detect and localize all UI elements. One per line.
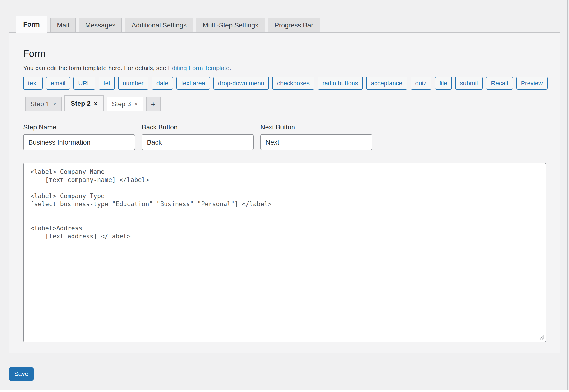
tag-button-acceptance[interactable]: acceptance [366,77,407,90]
form-editor-panel: Form You can edit the form template here… [9,32,560,353]
form-template-wrap: <label> Company Name [text company-name]… [23,163,546,342]
remove-step-1-icon[interactable]: × [53,100,57,108]
back-button-label: Back Button [142,123,254,131]
remove-step-2-icon[interactable]: × [94,99,98,108]
tag-button-preview[interactable]: Preview [516,77,548,90]
step-tab-bar: Step 1× Step 2× Step 3× + [25,95,546,112]
description-text: You can edit the form template here. For… [23,64,168,71]
tag-button-date[interactable]: date [152,77,173,90]
tag-button-file[interactable]: file [435,77,452,90]
tag-button-text[interactable]: text [23,77,43,90]
tag-button-checkboxes[interactable]: checkboxes [272,77,314,90]
tag-button-quiz[interactable]: quiz [410,77,431,90]
tag-generator-row: text email URL tel number date text area… [23,77,546,90]
tab-progress-bar[interactable]: Progress Bar [268,17,320,32]
panel-description: You can edit the form template here. For… [23,64,546,72]
tag-button-email[interactable]: email [46,77,70,90]
tag-button-submit[interactable]: submit [455,77,483,90]
tab-multi-step-settings[interactable]: Multi-Step Settings [196,17,265,32]
tab-mail[interactable]: Mail [50,17,76,32]
next-button-field-group: Next Button [260,123,372,150]
back-button-field-group: Back Button [142,123,254,150]
editing-form-template-link[interactable]: Editing Form Template [168,64,229,71]
step-tab-1[interactable]: Step 1× [25,97,62,111]
tag-button-number[interactable]: number [118,77,148,90]
window-right-edge [567,0,568,392]
step-settings-row: Step Name Back Button Next Button [23,123,546,150]
footer-actions: Save [9,367,569,381]
next-button-input[interactable] [260,134,372,150]
tag-button-text-area[interactable]: text area [176,77,210,90]
back-button-input[interactable] [142,134,254,150]
window-bottom-edge [0,390,569,392]
step-tab-3-label: Step 3 [112,100,131,108]
step-tab-2-label: Step 2 [71,99,91,108]
editor-tab-bar: Form Mail Messages Additional Settings M… [0,0,569,32]
tag-button-radio-buttons[interactable]: radio buttons [318,77,363,90]
save-button[interactable]: Save [9,367,33,381]
tab-form[interactable]: Form [16,16,47,33]
step-tab-1-label: Step 1 [30,100,50,108]
panel-title: Form [23,48,546,59]
step-tab-2[interactable]: Step 2× [64,95,104,112]
step-tab-3[interactable]: Step 3× [106,97,143,111]
tag-button-tel[interactable]: tel [99,77,114,90]
form-template-textarea[interactable]: <label> Company Name [text company-name]… [23,163,546,342]
description-period: . [229,64,231,71]
step-name-label: Step Name [23,123,135,131]
tag-button-drop-down-menu[interactable]: drop-down menu [213,77,269,90]
cf7-editor-page: Form Mail Messages Additional Settings M… [0,0,569,392]
remove-step-3-icon[interactable]: × [134,100,138,108]
tab-messages[interactable]: Messages [78,17,122,32]
tag-button-recall[interactable]: Recall [486,77,513,90]
tag-button-url[interactable]: URL [73,77,95,90]
tab-additional-settings[interactable]: Additional Settings [125,17,193,32]
step-name-field-group: Step Name [23,123,135,150]
step-name-input[interactable] [23,134,135,150]
add-step-button[interactable]: + [146,97,161,111]
next-button-label: Next Button [260,123,372,131]
